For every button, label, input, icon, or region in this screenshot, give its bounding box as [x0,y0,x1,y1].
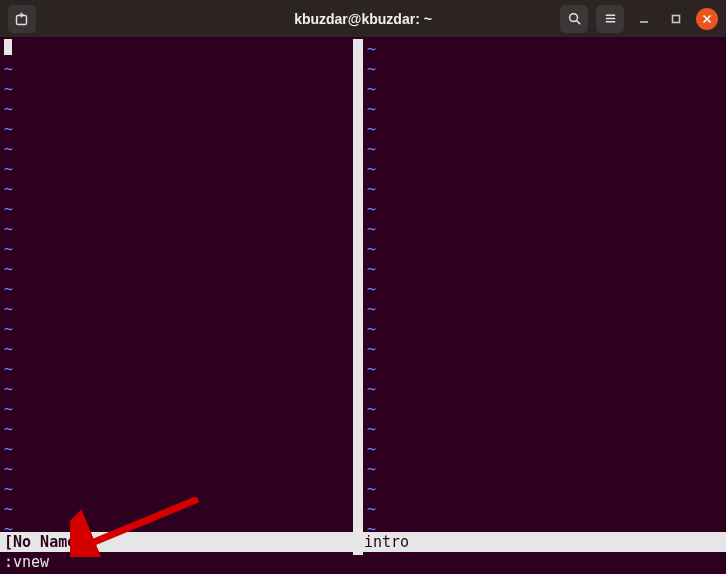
tilde-marker: ~ [4,339,13,359]
tilde-marker: ~ [4,119,13,139]
tilde-marker: ~ [367,339,376,359]
titlebar: kbuzdar@kbuzdar: ~ [0,0,726,37]
terminal-area[interactable]: ~~~~~~~~~~~~~~~~~~~~~~~~ ~~~~~~~~~~~~~~~… [0,37,726,574]
tilde-marker: ~ [367,419,376,439]
svg-rect-9 [673,15,680,22]
menu-button[interactable] [596,5,624,33]
tilde-marker: ~ [4,79,13,99]
tilde-marker: ~ [367,219,376,239]
tilde-marker: ~ [367,99,376,119]
tilde-marker: ~ [4,419,13,439]
vim-status-bar: [No Name] intro [0,532,726,552]
tilde-marker: ~ [4,139,13,159]
minimize-icon [638,13,650,25]
vertical-split-bar [353,39,363,555]
tilde-marker: ~ [4,399,13,419]
maximize-icon [670,13,682,25]
tilde-marker: ~ [4,279,13,299]
tilde-marker: ~ [4,239,13,259]
tilde-marker: ~ [4,259,13,279]
tilde-marker: ~ [367,479,376,499]
tilde-marker: ~ [4,199,13,219]
tilde-marker: ~ [367,499,376,519]
tilde-marker: ~ [367,79,376,99]
svg-line-4 [576,21,579,24]
tilde-marker: ~ [4,299,13,319]
tilde-marker: ~ [4,439,13,459]
tilde-marker: ~ [4,479,13,499]
tilde-marker: ~ [367,59,376,79]
tilde-marker: ~ [4,159,13,179]
tilde-marker: ~ [4,499,13,519]
svg-point-3 [569,14,577,22]
tilde-marker: ~ [367,199,376,219]
tilde-marker: ~ [367,119,376,139]
search-button[interactable] [560,5,588,33]
menu-icon [603,11,618,26]
tilde-marker: ~ [367,239,376,259]
maximize-button[interactable] [664,7,688,31]
tilde-marker: ~ [367,299,376,319]
tilde-marker: ~ [367,379,376,399]
tilde-marker: ~ [4,319,13,339]
tilde-marker: ~ [4,219,13,239]
tilde-marker: ~ [367,439,376,459]
new-tab-icon [14,11,30,27]
cursor [4,39,12,55]
tilde-marker: ~ [367,39,376,59]
tilde-marker: ~ [367,359,376,379]
tilde-marker: ~ [367,139,376,159]
tilde-marker: ~ [4,359,13,379]
tilde-marker: ~ [367,259,376,279]
tilde-marker: ~ [4,379,13,399]
tilde-marker: ~ [367,279,376,299]
tilde-marker: ~ [367,459,376,479]
window-title: kbuzdar@kbuzdar: ~ [294,11,432,27]
close-button[interactable] [696,8,718,30]
status-left-filename: [No Name] [0,532,85,552]
vim-command-line[interactable]: :vnew [4,552,49,572]
tilde-marker: ~ [4,459,13,479]
new-tab-button[interactable] [8,5,36,33]
search-icon [567,11,582,26]
tilde-marker: ~ [367,399,376,419]
tilde-marker: ~ [4,179,13,199]
tilde-marker: ~ [4,59,13,79]
tilde-marker: ~ [367,159,376,179]
status-right-filename: intro [364,532,409,552]
minimize-button[interactable] [632,7,656,31]
tilde-marker: ~ [367,319,376,339]
tilde-marker: ~ [367,179,376,199]
close-icon [702,14,712,24]
tilde-marker: ~ [4,99,13,119]
